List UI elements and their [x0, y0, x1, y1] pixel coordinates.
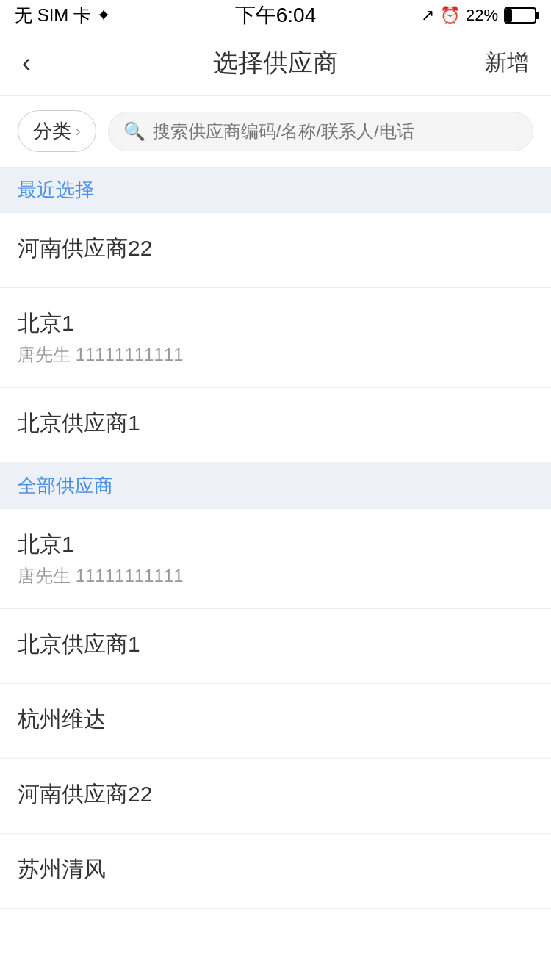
list-item[interactable]: 河南供应商22: [0, 213, 551, 288]
status-left: 无 SIM 卡 ✦: [15, 4, 111, 27]
search-area: 分类 › 🔍: [0, 96, 551, 167]
list-item[interactable]: 苏州清风: [0, 834, 551, 909]
item-name: 北京1: [18, 530, 533, 560]
list-item[interactable]: 北京1唐先生 11111111111: [0, 509, 551, 609]
list-item[interactable]: 河南供应商22: [0, 759, 551, 834]
item-name: 北京供应商1: [18, 408, 533, 439]
nav-bar: ‹ 选择供应商 新增: [0, 31, 551, 96]
search-box[interactable]: 🔍: [108, 112, 533, 151]
chevron-right-icon: ›: [76, 123, 81, 140]
sim-status: 无 SIM 卡 ✦: [15, 4, 111, 27]
item-sub: 唐先生 11111111111: [18, 564, 533, 588]
recent-list: 河南供应商22北京1唐先生 11111111111北京供应商1: [0, 213, 551, 463]
all-list: 北京1唐先生 11111111111北京供应商1杭州维达河南供应商22苏州清风: [0, 509, 551, 909]
list-item[interactable]: 北京1唐先生 11111111111: [0, 288, 551, 388]
item-name: 河南供应商22: [18, 779, 533, 810]
add-button[interactable]: 新增: [485, 48, 529, 78]
search-icon: 🔍: [123, 121, 145, 142]
item-sub: 唐先生 11111111111: [18, 343, 533, 367]
list-item[interactable]: 北京供应商1: [0, 609, 551, 684]
category-button[interactable]: 分类 ›: [18, 110, 96, 152]
recent-section-label: 最近选择: [18, 179, 94, 201]
list-item[interactable]: 北京供应商1: [0, 388, 551, 463]
item-name: 北京1: [18, 309, 533, 339]
all-section-label: 全部供应商: [18, 475, 113, 497]
status-time: 下午6:04: [235, 1, 317, 29]
page-title: 选择供应商: [213, 46, 338, 80]
battery-percent: 22%: [466, 6, 498, 25]
search-input[interactable]: [153, 121, 518, 142]
category-label: 分类: [33, 118, 71, 144]
all-section-header: 全部供应商: [0, 463, 551, 509]
item-name: 杭州维达: [18, 705, 533, 735]
back-button[interactable]: ‹: [22, 48, 66, 79]
recent-section-header: 最近选择: [0, 167, 551, 213]
alarm-icon: ⏰: [440, 6, 460, 25]
item-name: 苏州清风: [18, 854, 533, 884]
list-item[interactable]: 杭州维达: [0, 684, 551, 759]
battery-icon: [504, 7, 536, 24]
item-name: 北京供应商1: [18, 630, 533, 660]
status-right: ↗ ⏰ 22%: [421, 6, 536, 25]
status-bar: 无 SIM 卡 ✦ 下午6:04 ↗ ⏰ 22%: [0, 0, 551, 31]
location-icon: ↗: [421, 6, 434, 25]
item-name: 河南供应商22: [18, 234, 533, 264]
